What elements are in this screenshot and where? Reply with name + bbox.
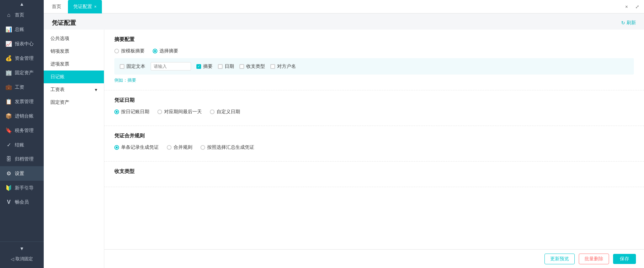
checkbox-income-type[interactable]: 收支类型 xyxy=(239,63,265,70)
checkbox-income-type-box xyxy=(239,64,244,69)
income-type-section: 收支类型 xyxy=(104,162,644,187)
reports-icon: 📈 xyxy=(5,41,12,47)
sidebar-item-label: 新手引导 xyxy=(15,185,34,191)
content-wrapper: 凭证配置 ↻ 刷新 公共选项 销项发票 进项发票 日记账 xyxy=(44,13,644,268)
sidebar-item-label: 发票管理 xyxy=(15,99,34,105)
fixed-text-input[interactable] xyxy=(151,62,191,71)
merge-section-title: 凭证合并规则 xyxy=(114,133,634,139)
archive-icon: 🗄 xyxy=(5,156,12,162)
sidebar-item-salary[interactable]: 💼 工资 xyxy=(0,80,44,94)
sidebar-item-tax[interactable]: 🔖 税务管理 xyxy=(0,123,44,138)
left-nav-item-public[interactable]: 公共选项 xyxy=(44,32,104,45)
radio-single-record[interactable]: 单条记录生成凭证 xyxy=(114,144,159,150)
right-content: 摘要配置 按模板摘要 选择摘要 xyxy=(104,30,644,268)
left-nav: 公共选项 销项发票 进项发票 日记账 工资表 ▾ 固定资产 xyxy=(44,30,104,268)
merge-section: 凭证合并规则 单条记录生成凭证 合并规则 按照选择汇总生成凭证 xyxy=(104,126,644,162)
left-nav-fixed-assets-label: 固定资产 xyxy=(50,99,69,105)
sidebar-item-closing[interactable]: ✓ 结账 xyxy=(0,138,44,152)
checkbox-counterpart-label: 对方户名 xyxy=(277,63,296,70)
sidebar-item-reports[interactable]: 📈 报表中心 xyxy=(0,37,44,51)
left-nav-public-label: 公共选项 xyxy=(50,36,69,42)
sidebar-item-funds[interactable]: 💰 资金管理 xyxy=(0,51,44,65)
home-icon: ⌂ xyxy=(5,12,12,18)
invoice-icon: 📋 xyxy=(5,98,12,105)
settings-icon: ⚙ xyxy=(5,170,12,177)
checkbox-counterpart[interactable]: 对方户名 xyxy=(270,63,296,70)
sidebar-item-label: 资金管理 xyxy=(15,55,34,61)
income-type-section-title: 收支类型 xyxy=(114,168,634,175)
checkbox-date[interactable]: 日期 xyxy=(218,63,234,70)
radio-template-label: 按模板摘要 xyxy=(121,48,145,54)
left-nav-item-fixed-assets[interactable]: 固定资产 xyxy=(44,96,104,109)
tab-resize-btn[interactable]: ⤢ xyxy=(633,3,641,11)
checkbox-fixed-text-box xyxy=(120,64,124,69)
radio-single-record-circle xyxy=(114,145,119,150)
sidebar-item-invoice[interactable]: 📋 发票管理 xyxy=(0,94,44,109)
sidebar-item-label: 首页 xyxy=(15,12,24,18)
update-preview-btn[interactable]: 更新预览 xyxy=(544,254,575,264)
radio-merge-rule[interactable]: 合并规则 xyxy=(167,144,192,150)
sidebar-item-archive[interactable]: 🗄 归档管理 xyxy=(0,152,44,166)
footer-bar: 更新预览 批量删除 保存 xyxy=(104,249,644,268)
member-icon: V xyxy=(5,199,12,205)
tab-close-window-btn[interactable]: × xyxy=(622,3,631,11)
radio-select-summary[interactable]: 选择摘要 xyxy=(153,48,178,54)
batch-delete-btn[interactable]: 批量删除 xyxy=(579,254,609,264)
tab-voucher-config[interactable]: 凭证配置 × xyxy=(68,0,102,13)
sidebar-item-label: 工资 xyxy=(15,84,24,90)
checkbox-fixed-text[interactable]: 固定文本 xyxy=(120,63,145,70)
radio-custom-date-label: 自定义日期 xyxy=(217,109,240,115)
sidebar-cancel-fixed-btn[interactable]: ◁ 取消固定 xyxy=(0,253,44,265)
left-nav-sales-invoice-label: 销项发票 xyxy=(50,48,69,54)
radio-last-day[interactable]: 对应期间最后一天 xyxy=(157,109,202,115)
radio-merge-rule-circle xyxy=(167,145,172,150)
sidebar-item-home[interactable]: ⌂ 首页 xyxy=(0,8,44,22)
sidebar-item-label: 设置 xyxy=(15,171,24,177)
sidebar-scroll-down[interactable]: ▼ xyxy=(0,244,44,253)
sidebar-item-label: 畅会员 xyxy=(15,199,29,205)
sidebar-item-member[interactable]: V 畅会员 xyxy=(0,195,44,209)
tab-close-icon[interactable]: × xyxy=(94,4,97,9)
left-nav-item-journal[interactable]: 日记账 xyxy=(44,71,104,83)
save-btn[interactable]: 保存 xyxy=(613,254,636,264)
sidebar-item-ledger[interactable]: 📊 总账 xyxy=(0,22,44,37)
refresh-btn[interactable]: ↻ 刷新 xyxy=(621,20,636,26)
left-nav-item-sales-invoice[interactable]: 销项发票 xyxy=(44,45,104,58)
sidebar-item-label: 归档管理 xyxy=(15,156,34,162)
left-nav-item-purchase-invoice[interactable]: 进项发票 xyxy=(44,58,104,71)
radio-custom-date-circle xyxy=(210,109,215,114)
sidebar-item-label: 结账 xyxy=(15,142,24,148)
sidebar-item-guide[interactable]: 🔰 新手引导 xyxy=(0,181,44,195)
tab-home[interactable]: 首页 xyxy=(46,0,67,13)
guide-icon: 🔰 xyxy=(5,185,12,191)
cancel-fixed-label: 取消固定 xyxy=(15,256,33,262)
sidebar-scroll-up[interactable]: ▲ xyxy=(0,0,44,8)
radio-by-journal[interactable]: 按日记账日期 xyxy=(114,109,149,115)
checkbox-income-type-label: 收支类型 xyxy=(246,63,265,70)
sidebar-item-assets[interactable]: 🏢 固定资产 xyxy=(0,65,44,80)
sidebar-item-label: 固定资产 xyxy=(15,70,34,76)
sidebar-item-label: 税务管理 xyxy=(15,128,34,134)
radio-custom-date[interactable]: 自定义日期 xyxy=(210,109,240,115)
left-nav-purchase-invoice-label: 进项发票 xyxy=(50,61,69,67)
sidebar-item-label: 总账 xyxy=(15,27,24,33)
checkbox-summary[interactable]: ✓ 摘要 xyxy=(196,63,213,70)
radio-template-summary[interactable]: 按模板摘要 xyxy=(114,48,145,54)
sidebar-item-settings[interactable]: ⚙ 设置 xyxy=(0,166,44,181)
left-nav-item-payroll[interactable]: 工资表 ▾ xyxy=(44,83,104,96)
sidebar-item-sales[interactable]: 📦 进销台账 xyxy=(0,109,44,123)
date-radio-group: 按日记账日期 对应期间最后一天 自定义日期 xyxy=(114,109,634,115)
refresh-icon: ↻ xyxy=(621,20,625,26)
tab-home-label: 首页 xyxy=(52,4,61,10)
checkbox-counterpart-box xyxy=(270,64,275,69)
salary-icon: 💼 xyxy=(5,84,12,90)
closing-icon: ✓ xyxy=(5,142,12,148)
inner-layout: 公共选项 销项发票 进项发票 日记账 工资表 ▾ 固定资产 xyxy=(44,30,644,268)
date-section: 凭证日期 按日记账日期 对应期间最后一天 自定义日期 xyxy=(104,90,644,126)
radio-template-circle xyxy=(114,49,119,53)
chevron-down-icon: ▾ xyxy=(95,87,97,92)
radio-by-selection[interactable]: 按照选择汇总生成凭证 xyxy=(200,144,254,150)
checkbox-summary-box: ✓ xyxy=(196,64,201,69)
summary-example: 例如：摘要 xyxy=(114,77,634,83)
tab-voucher-config-label: 凭证配置 xyxy=(73,4,92,10)
